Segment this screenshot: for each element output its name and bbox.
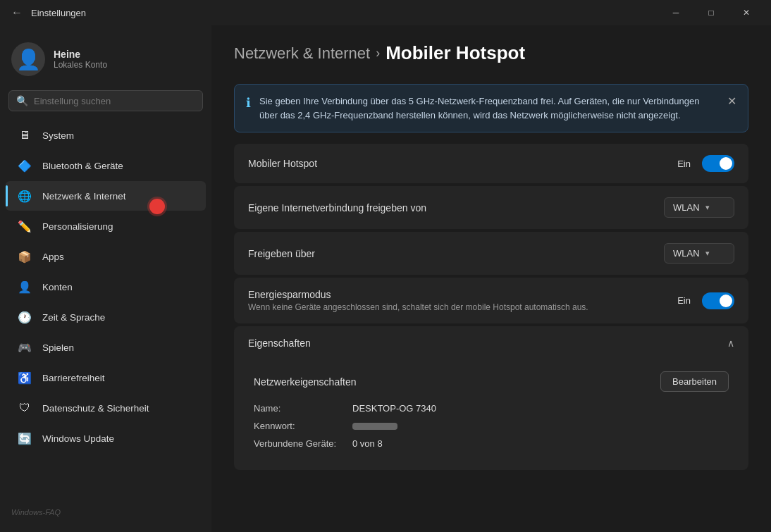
chevron-down-icon: ▾ [705, 249, 710, 258]
info-text: Sie geben Ihre Verbindung über das 5 GHz… [259, 94, 719, 122]
apps-icon: 📦 [17, 249, 32, 264]
energy-card: Energiesparmodus Wenn keine Geräte anges… [234, 278, 748, 323]
energy-toggle[interactable] [702, 292, 734, 309]
bluetooth-icon: 🔷 [17, 158, 32, 173]
breadcrumb-parent[interactable]: Netzwerk & Internet [234, 44, 370, 63]
titlebar-left: ← Einstellungen [11, 7, 86, 18]
sidebar-item-label: Personalisierung [42, 221, 113, 232]
freigeben-label: Freigeben über [248, 248, 664, 259]
energy-info: Energiesparmodus Wenn keine Geräte anges… [248, 289, 677, 312]
info-close-button[interactable]: ✕ [727, 94, 736, 108]
search-container: 🔍 [0, 90, 211, 120]
datenschutz-icon: 🛡 [17, 400, 32, 416]
user-name: Heine [54, 49, 107, 60]
windows-update-icon: 🔄 [17, 431, 32, 446]
barrierefreiheit-icon: ♿ [17, 370, 32, 385]
search-icon: 🔍 [16, 95, 28, 106]
sidebar-item-personalisierung[interactable]: ✏️ Personalisierung [6, 211, 206, 241]
hotspot-card: Mobiler Hotspot Ein [234, 144, 748, 183]
search-input[interactable] [34, 96, 195, 106]
share-from-row: Eigene Internetverbindung freigeben von … [234, 186, 748, 229]
freigeben-value: WLAN [673, 248, 700, 259]
sidebar-item-datenschutz[interactable]: 🛡 Datenschutz & Sicherheit [6, 393, 206, 423]
name-value: DESKTOP-OG 7340 [352, 403, 436, 414]
sidebar-item-label: Datenschutz & Sicherheit [42, 403, 149, 414]
maximize-button[interactable]: □ [695, 0, 727, 25]
sidebar-item-label: Spielen [42, 342, 74, 353]
titlebar-controls: ─ □ ✕ [660, 0, 763, 25]
hotspot-label: Mobiler Hotspot [248, 158, 677, 169]
sidebar-item-label: Windows Update [42, 433, 114, 444]
sidebar-item-network[interactable]: 🌐 Netzwerk & Internet [6, 181, 206, 211]
sidebar-item-spielen[interactable]: 🎮 Spielen [6, 333, 206, 362]
info-icon: ℹ [246, 95, 251, 111]
password-key: Kennwort: [254, 421, 352, 431]
sidebar-item-zeit[interactable]: 🕐 Zeit & Sprache [6, 302, 206, 332]
user-profile[interactable]: 👤 Heine Lokales Konto [0, 34, 211, 90]
user-type: Lokales Konto [54, 60, 107, 70]
zeit-icon: 🕐 [17, 309, 32, 325]
sidebar-item-windows-update[interactable]: 🔄 Windows Update [6, 423, 206, 453]
network-props-header: Netzwerkeigenschaften Bearbeiten [254, 371, 729, 392]
sidebar-item-barrierefreiheit[interactable]: ♿ Barrierefreiheit [6, 363, 206, 392]
freigeben-card: Freigeben über WLAN ▾ [234, 232, 748, 275]
name-key: Name: [254, 403, 352, 414]
energy-toggle-container: Ein [677, 292, 734, 309]
titlebar: ← Einstellungen ─ □ ✕ [0, 0, 771, 25]
connected-key: Verbundene Geräte: [254, 438, 352, 449]
hotspot-toggle[interactable] [702, 155, 734, 172]
share-from-card: Eigene Internetverbindung freigeben von … [234, 186, 748, 229]
close-button[interactable]: ✕ [730, 0, 763, 25]
breadcrumb: Netzwerk & Internet › Mobiler Hotspot [234, 42, 748, 64]
network-props-label: Netzwerkeigenschaften [254, 376, 357, 388]
spielen-icon: 🎮 [17, 340, 32, 355]
sidebar-item-system[interactable]: 🖥 System [6, 120, 206, 150]
hotspot-state: Ein [677, 159, 691, 169]
password-dots [352, 423, 397, 430]
connected-row: Verbundene Geräte: 0 von 8 [254, 438, 729, 449]
share-from-dropdown[interactable]: WLAN ▾ [664, 197, 734, 218]
properties-section-header[interactable]: Eigenschaften ∧ [234, 326, 748, 360]
properties-content: Netzwerkeigenschaften Bearbeiten Name: D… [234, 360, 748, 470]
network-icon: 🌐 [17, 188, 32, 204]
hotspot-row: Mobiler Hotspot Ein [234, 144, 748, 183]
avatar: 👤 [11, 42, 45, 76]
energy-sublabel: Wenn keine Geräte angeschlossen sind, sc… [248, 302, 677, 312]
back-button[interactable]: ← [11, 7, 23, 18]
minimize-button[interactable]: ─ [660, 0, 692, 25]
energy-label: Energiesparmodus [248, 289, 677, 300]
sidebar-item-label: Zeit & Sprache [42, 312, 105, 323]
toggle-knob [720, 157, 732, 170]
chevron-up-icon: ∧ [727, 338, 734, 349]
connected-value: 0 von 8 [352, 438, 383, 449]
freigeben-dropdown[interactable]: WLAN ▾ [664, 243, 734, 264]
chevron-down-icon: ▾ [705, 203, 710, 212]
app-layout: 👤 Heine Lokales Konto 🔍 🖥 System 🔷 Bluet… [0, 25, 771, 532]
sidebar-item-apps[interactable]: 📦 Apps [6, 242, 206, 271]
hotspot-toggle-container: Ein [677, 155, 734, 172]
sidebar-item-bluetooth[interactable]: 🔷 Bluetooth & Geräte [6, 151, 206, 180]
watermark: Windows-FAQ [0, 501, 211, 524]
konten-icon: 👤 [17, 279, 32, 295]
freigeben-row: Freigeben über WLAN ▾ [234, 232, 748, 275]
user-info: Heine Lokales Konto [54, 49, 107, 70]
energy-state: Ein [677, 295, 691, 306]
sidebar: 👤 Heine Lokales Konto 🔍 🖥 System 🔷 Bluet… [0, 25, 211, 532]
sidebar-nav: 🖥 System 🔷 Bluetooth & Geräte 🌐 Netzwerk… [0, 120, 211, 454]
personalisierung-icon: ✏️ [17, 218, 32, 234]
share-from-value: WLAN [673, 202, 700, 213]
toggle-knob [720, 295, 732, 307]
search-box: 🔍 [8, 90, 203, 111]
info-banner: ℹ Sie geben Ihre Verbindung über das 5 G… [234, 84, 748, 132]
avatar-icon: 👤 [16, 48, 41, 71]
edit-button[interactable]: Bearbeiten [660, 371, 729, 392]
breadcrumb-current: Mobiler Hotspot [386, 42, 525, 64]
sidebar-item-label: System [42, 130, 74, 141]
sidebar-item-label: Barrierefreiheit [42, 373, 105, 383]
energy-row: Energiesparmodus Wenn keine Geräte anges… [234, 278, 748, 323]
properties-card: Eigenschaften ∧ Netzwerkeigenschaften Be… [234, 326, 748, 470]
name-row: Name: DESKTOP-OG 7340 [254, 403, 729, 414]
sidebar-item-konten[interactable]: 👤 Konten [6, 272, 206, 302]
titlebar-title: Einstellungen [31, 8, 86, 18]
password-row: Kennwort: [254, 421, 729, 431]
